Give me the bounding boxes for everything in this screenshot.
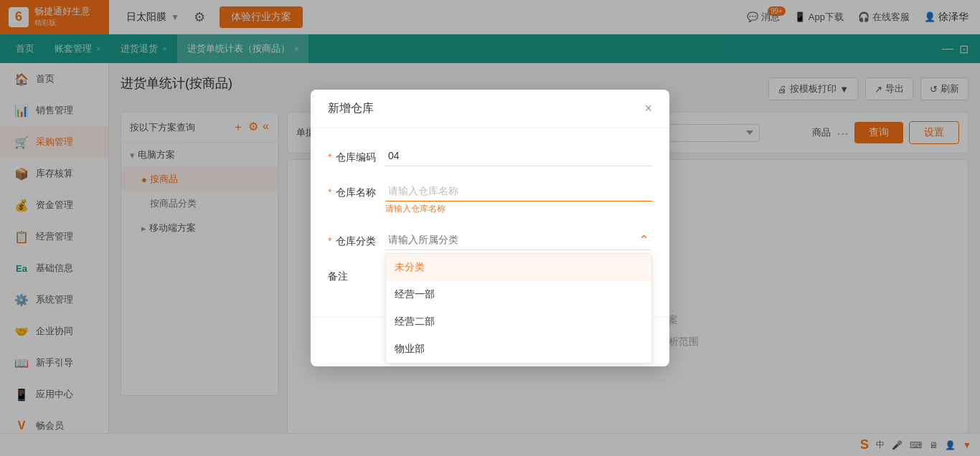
warehouse-code-label: * 仓库编码 [328,146,385,164]
form-control-code [385,146,652,166]
add-warehouse-modal: 新增仓库 × * 仓库编码 * 仓库名称 [311,90,669,366]
warehouse-type-input[interactable] [385,229,652,250]
dropdown-option-dept1[interactable]: 经营一部 [386,281,651,308]
remark-label: 备注 [328,265,385,283]
modal-header: 新增仓库 × [311,90,669,128]
type-select-wrapper: ⌃ 未分类 经营一部 经营二部 物业部 [385,229,652,250]
modal-body: * 仓库编码 * 仓库名称 请输入仓库名称 [311,128,669,317]
modal-close-button[interactable]: × [644,101,652,116]
modal-overlay[interactable]: 新增仓库 × * 仓库编码 * 仓库名称 [0,0,980,456]
warehouse-name-error: 请输入仓库名称 [385,203,652,215]
warehouse-code-input[interactable] [385,146,652,166]
form-row-name: * 仓库名称 请输入仓库名称 [328,181,652,215]
form-row-code: * 仓库编码 [328,146,652,166]
dropdown-option-property[interactable]: 物业部 [386,336,651,363]
type-dropdown-list: 未分类 经营一部 经营二部 物业部 [385,253,652,364]
form-row-type: * 仓库分类 ⌃ 未分类 经营一部 经营二部 物业部 [328,229,652,250]
warehouse-type-label: * 仓库分类 [328,229,385,248]
dropdown-option-dept2[interactable]: 经营二部 [386,308,651,336]
modal-title: 新增仓库 [328,101,374,116]
type-dropdown-arrow[interactable]: ⌃ [639,232,649,248]
form-control-name: 请输入仓库名称 [385,181,652,215]
form-control-type: ⌃ 未分类 经营一部 经营二部 物业部 [385,229,652,250]
warehouse-name-label: * 仓库名称 [328,181,385,199]
dropdown-option-uncategorized[interactable]: 未分类 [386,254,651,281]
warehouse-name-input[interactable] [385,181,652,201]
